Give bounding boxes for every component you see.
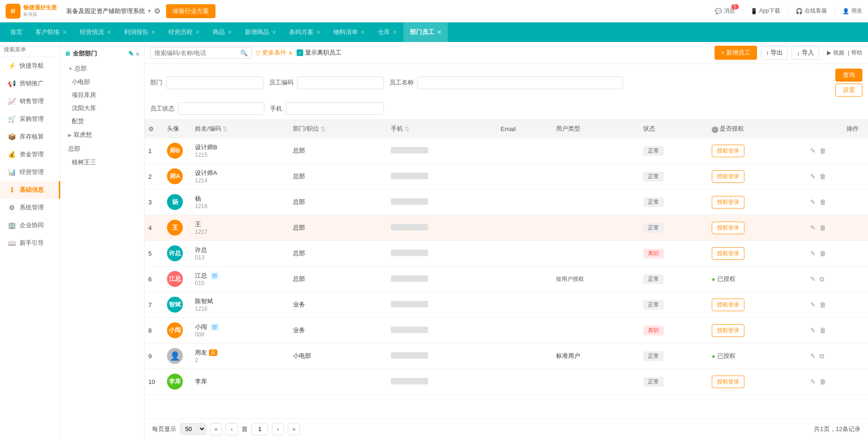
system-title-dropdown-icon[interactable]: ▾ (148, 7, 151, 14)
delete-icon[interactable]: 🗑 (819, 327, 826, 334)
dept-edit-icon[interactable]: ✎ (128, 50, 134, 57)
sidebar-item-quick-nav[interactable]: ⚡ 快捷导航 (0, 57, 60, 75)
edit-icon[interactable]: ✎ (810, 352, 816, 360)
tab-customer[interactable]: 客户联络 ✕ (29, 22, 73, 42)
more-filter-btn[interactable]: ▽ 更多条件 ∧ (256, 49, 293, 57)
close-icon[interactable]: ✕ (62, 29, 67, 35)
delete-icon[interactable]: 🗑 (819, 173, 826, 180)
delete-icon[interactable]: 🗑 (819, 147, 826, 154)
auth-login-btn[interactable]: 授权登录 (712, 299, 744, 311)
sidebar-item-operation[interactable]: 📊 经营管理 (0, 163, 60, 181)
sidebar-item-system[interactable]: ⚙ 系统管理 (0, 199, 60, 216)
close-icon[interactable]: ✕ (361, 29, 365, 35)
emp-code-input[interactable] (297, 77, 384, 89)
edit-icon[interactable]: ✎ (810, 224, 816, 231)
dept-tree-child-project[interactable]: 项目库房 (61, 89, 144, 102)
close-icon[interactable]: ✕ (316, 29, 320, 35)
add-employee-button[interactable]: + 新增员工 (715, 46, 757, 60)
edit-icon[interactable]: ✎ (810, 327, 816, 334)
close-icon[interactable]: ✕ (437, 29, 441, 35)
tab-operation[interactable]: 经营情况 ✕ (73, 22, 118, 42)
trial-button[interactable]: 体验行业方案 (166, 4, 215, 18)
tab-profit[interactable]: 利润报告 ✕ (118, 22, 162, 42)
edit-icon[interactable]: ✎ (810, 275, 816, 283)
edit-icon[interactable]: ✎ (810, 250, 816, 257)
col-settings[interactable]: ⚙ (145, 120, 163, 138)
edit-icon[interactable]: ✎ (810, 173, 816, 180)
dept-tree-item-shuanghu[interactable]: ▶ 双虎想 (61, 128, 144, 142)
delete-icon[interactable]: 🗑 (819, 378, 826, 385)
dept-collapse-icon[interactable]: « (136, 50, 139, 57)
dept-tree-child-xiaodian[interactable]: 小电部 (61, 76, 144, 89)
emp-name-input[interactable] (417, 77, 623, 89)
sidebar-item-purchase[interactable]: 🛒 采购管理 (0, 110, 60, 128)
per-page-select[interactable]: 50 100 (180, 423, 206, 435)
search-button[interactable]: 查询 (835, 69, 862, 82)
last-page-btn[interactable]: » (288, 423, 300, 435)
close-icon[interactable]: ✕ (195, 29, 200, 35)
auth-login-btn[interactable]: 授权登录 (712, 376, 744, 388)
col-phone[interactable]: 手机 ⇅ (387, 120, 497, 138)
set-button[interactable]: 设置 (835, 84, 862, 97)
help-btn[interactable]: | 帮助 (848, 49, 862, 57)
close-icon[interactable]: ✕ (228, 29, 232, 35)
sidebar-item-marketing[interactable]: 📢 营销推广 (0, 75, 60, 92)
tab-new-goods[interactable]: 新增商品 ✕ (238, 22, 283, 42)
edit-icon[interactable]: ✎ (810, 198, 816, 206)
first-page-btn[interactable]: « (210, 423, 222, 435)
tab-goods[interactable]: 商品 ✕ (206, 22, 238, 42)
message-btn[interactable]: 💬 消息 5 (715, 7, 735, 15)
auth-login-btn[interactable]: 授权登录 (712, 170, 744, 183)
col-dept[interactable]: 部门/职位 ⇅ (289, 120, 387, 138)
sidebar-item-guide[interactable]: 📖 新手引导 (0, 234, 60, 252)
app-download-btn[interactable]: 📱 App下载 (750, 7, 780, 15)
tab-process[interactable]: 经营历程 ✕ (162, 22, 206, 42)
delete-icon[interactable]: 🗑 (819, 301, 826, 308)
next-page-btn[interactable]: › (272, 423, 284, 435)
close-icon[interactable]: ✕ (107, 29, 111, 35)
phone-input[interactable] (286, 102, 384, 115)
sidebar-item-inventory[interactable]: 📦 库存核算 (0, 128, 60, 146)
online-service-btn[interactable]: 🎧 在线客服 (796, 7, 827, 15)
close-icon[interactable]: ✕ (393, 29, 397, 35)
delete-icon[interactable]: 🗑 (819, 198, 826, 206)
export-button[interactable]: ↑ 导出 (761, 46, 788, 60)
import-button[interactable]: ↓ 导入 (792, 46, 819, 60)
dept-tree-child-zhishu[interactable]: 植树王三 (61, 156, 144, 169)
dept-tree-item-zongbu[interactable]: ▼ 总部 (61, 62, 144, 76)
close-icon[interactable]: ✕ (272, 29, 276, 35)
gear-icon[interactable]: ⚙ (154, 7, 160, 15)
auth-login-btn[interactable]: 授权登录 (712, 145, 744, 157)
copy-icon[interactable]: ⧉ (819, 275, 824, 283)
show-resign-toggle[interactable]: ✓ 显示离职员工 (297, 49, 341, 57)
auth-info-icon[interactable]: ⓘ (712, 126, 718, 133)
sidebar-item-sales[interactable]: 📈 销售管理 (0, 92, 60, 110)
tab-dept-employee[interactable]: 部门员工 ✕ (403, 22, 448, 42)
delete-icon[interactable]: 🗑 (819, 224, 826, 231)
dept-tree-child-shenyang[interactable]: 沈阳大库 (61, 102, 144, 115)
edit-icon[interactable]: ✎ (810, 147, 816, 154)
auth-login-btn[interactable]: 授权登录 (712, 196, 744, 209)
tab-bom[interactable]: 物料清单 ✕ (327, 22, 371, 42)
tab-warehouse[interactable]: 仓库 ✕ (371, 22, 403, 42)
sidebar-item-basic[interactable]: ℹ 基础信息 (0, 181, 60, 199)
tab-home[interactable]: 首页 (4, 22, 29, 42)
edit-icon[interactable]: ✎ (810, 378, 816, 385)
delete-icon[interactable]: 🗑 (819, 250, 826, 257)
auth-login-btn[interactable]: 授权登录 (712, 222, 744, 234)
prev-page-btn[interactable]: ‹ (226, 423, 238, 435)
auth-login-btn[interactable]: 授权登录 (712, 324, 744, 337)
search-input[interactable] (154, 49, 238, 56)
sidebar-item-enterprise[interactable]: 🏢 企业协同 (0, 216, 60, 234)
dept-filter-select[interactable] (166, 77, 264, 89)
current-page-input[interactable] (251, 423, 268, 435)
edit-icon[interactable]: ✎ (810, 301, 816, 308)
close-icon[interactable]: ✕ (151, 29, 155, 35)
col-name[interactable]: 姓名/编码 ⇅ (191, 120, 289, 138)
sidebar-item-finance[interactable]: 💰 资金管理 (0, 146, 60, 163)
tab-barcode[interactable]: 条码方案 ✕ (283, 22, 327, 42)
copy-icon[interactable]: ⧉ (819, 352, 824, 360)
dept-tree-child-peihuo[interactable]: 配货 (61, 115, 144, 128)
auth-login-btn[interactable]: 授权登录 (712, 247, 744, 260)
video-btn[interactable]: ▶ 视频 (827, 49, 844, 57)
